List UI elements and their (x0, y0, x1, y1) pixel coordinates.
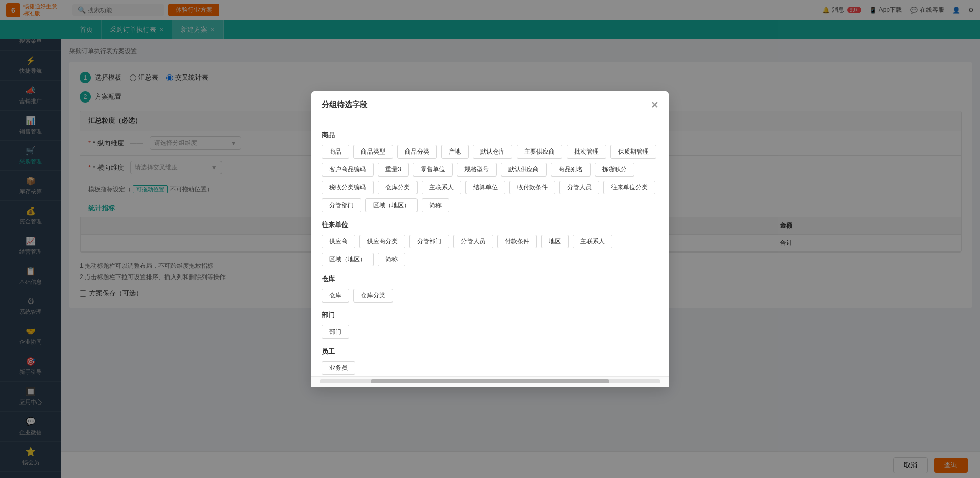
section-title-partner: 往来单位 (322, 220, 658, 230)
tag-item[interactable]: 拣货积分 (595, 163, 634, 177)
modal-dialog: 分组待选字段 ✕ 商品 商品商品类型商品分类产地默认仓库主要供应商批次管理保质期… (311, 91, 669, 387)
tag-item[interactable]: 分管人员 (559, 181, 599, 194)
modal-header: 分组待选字段 ✕ (311, 91, 669, 119)
tag-item[interactable]: 仓库分类 (378, 181, 418, 194)
tag-item[interactable]: 付款条件 (497, 235, 537, 248)
tag-item[interactable]: 简称 (378, 253, 405, 266)
tag-item[interactable]: 区域（地区） (322, 253, 374, 266)
tag-item[interactable]: 地区 (541, 235, 569, 248)
tag-item[interactable]: 供应商 (322, 235, 355, 248)
tag-item[interactable]: 主要供应商 (517, 145, 562, 159)
tag-item[interactable]: 商品分类 (397, 145, 437, 159)
tag-item[interactable]: 规格型号 (457, 163, 497, 177)
tag-item[interactable]: 保质期管理 (610, 145, 656, 159)
tag-item[interactable]: 商品类型 (353, 145, 393, 159)
section-title-product: 商品 (322, 131, 658, 140)
partner-tags: 供应商供应商分类分管部门分管人员付款条件地区主联系人区域（地区）简称 (322, 235, 658, 266)
department-tags: 部门 (322, 325, 658, 339)
tag-item[interactable]: 客户商品编码 (322, 163, 374, 177)
tag-item[interactable]: 分管部门 (409, 235, 449, 248)
modal-close-button[interactable]: ✕ (651, 99, 658, 111)
tag-item[interactable]: 结算单位 (465, 181, 505, 194)
section-title-employee: 员工 (322, 347, 658, 356)
product-tags: 商品商品类型商品分类产地默认仓库主要供应商批次管理保质期管理客户商品编码重量3零… (322, 145, 658, 212)
tag-item[interactable]: 商品别名 (551, 163, 591, 177)
tag-item[interactable]: 分管部门 (322, 198, 361, 212)
tag-item[interactable]: 分管人员 (453, 235, 493, 248)
tag-item[interactable]: 产地 (441, 145, 469, 159)
scrollbar-thumb (371, 379, 609, 383)
tag-item[interactable]: 收付款条件 (509, 181, 555, 194)
tag-item[interactable]: 区域（地区） (365, 198, 418, 212)
tag-item[interactable]: 默认供应商 (501, 163, 547, 177)
tag-item[interactable]: 默认仓库 (473, 145, 512, 159)
modal-title: 分组待选字段 (322, 100, 368, 110)
horizontal-scrollbar[interactable] (320, 379, 660, 383)
tag-item[interactable]: 业务员 (322, 361, 355, 375)
tag-item[interactable]: 主联系人 (422, 181, 461, 194)
tag-item[interactable]: 供应商分类 (359, 235, 405, 248)
employee-tags: 业务员 (322, 361, 658, 375)
modal-scrollbar-area (311, 376, 669, 387)
section-title-warehouse: 仓库 (322, 274, 658, 284)
tag-item[interactable]: 零售单位 (413, 163, 453, 177)
modal-overlay: 分组待选字段 ✕ 商品 商品商品类型商品分类产地默认仓库主要供应商批次管理保质期… (0, 0, 980, 478)
tag-item[interactable]: 部门 (322, 325, 349, 339)
tag-item[interactable]: 简称 (422, 198, 449, 212)
tag-item[interactable]: 税收分类编码 (322, 181, 374, 194)
tag-item[interactable]: 往来单位分类 (603, 181, 655, 194)
tag-item[interactable]: 商品 (322, 145, 349, 159)
tag-item[interactable]: 批次管理 (567, 145, 606, 159)
warehouse-tags: 仓库仓库分类 (322, 289, 658, 303)
section-title-department: 部门 (322, 311, 658, 320)
modal-body: 商品 商品商品类型商品分类产地默认仓库主要供应商批次管理保质期管理客户商品编码重… (311, 119, 669, 376)
tag-item[interactable]: 仓库分类 (353, 289, 393, 303)
tag-item[interactable]: 仓库 (322, 289, 349, 303)
tag-item[interactable]: 主联系人 (573, 235, 612, 248)
tag-item[interactable]: 重量3 (378, 163, 409, 177)
